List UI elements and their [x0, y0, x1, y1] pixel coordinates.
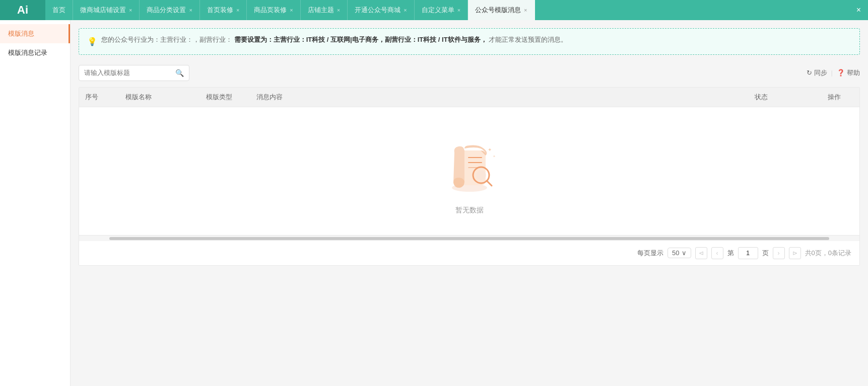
sidebar: 模版消息模版消息记录 — [0, 20, 71, 386]
search-bar: 🔍 ↻ 同步 | ❓ 帮助 — [79, 65, 860, 81]
table-container: 序号 模版名称 模版类型 消息内容 状态 操作 — [79, 87, 860, 266]
tab-close-homepage[interactable]: × — [236, 8, 239, 13]
tab-label: 店铺主题 — [308, 6, 334, 15]
help-button[interactable]: ❓ 帮助 — [837, 68, 860, 78]
empty-state: ✦ ✦ 暂无数据 — [79, 107, 859, 235]
svg-text:✦: ✦ — [493, 155, 496, 158]
tab-custom-menu[interactable]: 自定义菜单× — [415, 0, 468, 20]
search-input[interactable] — [84, 69, 175, 76]
prev-page-button[interactable]: ‹ — [711, 247, 723, 259]
tab-category[interactable]: 商品分类设置× — [140, 0, 199, 20]
tab-label: 自定义菜单 — [422, 6, 454, 15]
empty-text: 暂无数据 — [79, 206, 859, 215]
th-seq: 序号 — [79, 88, 119, 107]
tab-close-category[interactable]: × — [189, 8, 192, 13]
tab-close-template-msg[interactable]: × — [524, 8, 527, 13]
tab-homepage[interactable]: 首页装修× — [200, 0, 247, 20]
svg-line-7 — [487, 181, 492, 186]
tab-label: 商品分类设置 — [147, 6, 186, 15]
tab-label: 微商城店铺设置 — [80, 6, 126, 15]
page-size-value: 50 — [672, 249, 679, 257]
total-info: 共0页，0条记录 — [805, 249, 851, 258]
scrollbar-thumb[interactable] — [109, 237, 829, 240]
page-input[interactable] — [738, 247, 758, 259]
tab-label: 首页装修 — [207, 6, 233, 15]
tab-close-product-page[interactable]: × — [290, 8, 293, 13]
page-size-select[interactable]: 50 ∨ — [667, 248, 691, 258]
scrollbar-area[interactable] — [79, 235, 859, 241]
tab-mall[interactable]: 开通公众号商城× — [348, 0, 414, 20]
tab-label: 公众号模版消息 — [475, 6, 521, 15]
page-size-label: 每页显示 — [637, 249, 663, 258]
tab-label: 商品页装修 — [254, 6, 287, 15]
sync-button[interactable]: ↻ 同步 — [807, 68, 827, 78]
first-page-button[interactable]: ⊲ — [695, 247, 707, 259]
tab-wshop[interactable]: 微商城店铺设置× — [73, 0, 140, 20]
chevron-down-icon: ∨ — [682, 249, 687, 257]
toolbar-divider: | — [831, 69, 833, 76]
page-label-prefix: 第 — [727, 249, 734, 258]
last-page-button[interactable]: ⊳ — [789, 247, 801, 259]
svg-point-6 — [476, 170, 486, 180]
th-type: 模版类型 — [200, 88, 250, 107]
search-input-wrap[interactable]: 🔍 — [79, 65, 189, 81]
toolbar-right: ↻ 同步 | ❓ 帮助 — [807, 68, 860, 78]
th-action: 操作 — [809, 88, 859, 107]
main-layout: 模版消息模版消息记录 💡 您的公众号行业为：主营行业：，副营行业： 需要设置为：… — [0, 20, 868, 386]
help-icon: ❓ — [837, 69, 845, 76]
tab-list: 首页微商城店铺设置×商品分类设置×首页装修×商品页装修×店铺主题×开通公众号商城… — [45, 0, 849, 20]
sidebar-item-template-msg[interactable]: 模版消息 — [0, 24, 70, 43]
empty-icon: ✦ ✦ — [439, 137, 500, 198]
tab-label: 开通公众号商城 — [355, 6, 400, 15]
notice-highlight: 需要设置为：主营行业：IT科技 / 互联网|电子商务，副营行业：IT科技 / I… — [234, 36, 487, 43]
tab-label: 首页 — [52, 6, 65, 15]
notice-text: 您的公众号行业为：主营行业：，副营行业： 需要设置为：主营行业：IT科技 / 互… — [101, 35, 567, 45]
table-header: 序号 模版名称 模版类型 消息内容 状态 操作 — [79, 88, 859, 107]
tab-theme[interactable]: 店铺主题× — [301, 0, 348, 20]
tab-close-custom-menu[interactable]: × — [457, 8, 460, 13]
tab-close-theme[interactable]: × — [337, 8, 340, 13]
notice-box: 💡 您的公众号行业为：主营行业：，副营行业： 需要设置为：主营行业：IT科技 /… — [79, 28, 860, 55]
pagination: 每页显示 50 ∨ ⊲ ‹ 第 页 › ⊳ 共0页，0条记录 — [79, 241, 859, 265]
tab-close-wshop[interactable]: × — [129, 8, 132, 13]
content-area: 💡 您的公众号行业为：主营行业：，副营行业： 需要设置为：主营行业：IT科技 /… — [71, 20, 868, 386]
search-icon[interactable]: 🔍 — [175, 69, 184, 77]
tab-template-msg[interactable]: 公众号模版消息× — [468, 0, 535, 20]
top-nav: Ai 首页微商城店铺设置×商品分类设置×首页装修×商品页装修×店铺主题×开通公众… — [0, 0, 868, 20]
tab-product-page[interactable]: 商品页装修× — [247, 0, 300, 20]
sync-icon: ↻ — [807, 69, 812, 76]
sidebar-item-template-record[interactable]: 模版消息记录 — [0, 43, 70, 62]
th-status: 状态 — [749, 88, 809, 107]
next-page-button[interactable]: › — [773, 247, 785, 259]
bulb-icon: 💡 — [87, 35, 97, 48]
th-name: 模版名称 — [119, 88, 200, 107]
logo: Ai — [0, 0, 45, 20]
tab-close-mall[interactable]: × — [404, 8, 407, 13]
tab-home[interactable]: 首页 — [45, 0, 73, 20]
global-close-button[interactable]: × — [849, 6, 868, 15]
svg-text:✦: ✦ — [488, 147, 492, 152]
th-content: 消息内容 — [250, 88, 749, 107]
page-label-suffix: 页 — [762, 249, 769, 258]
